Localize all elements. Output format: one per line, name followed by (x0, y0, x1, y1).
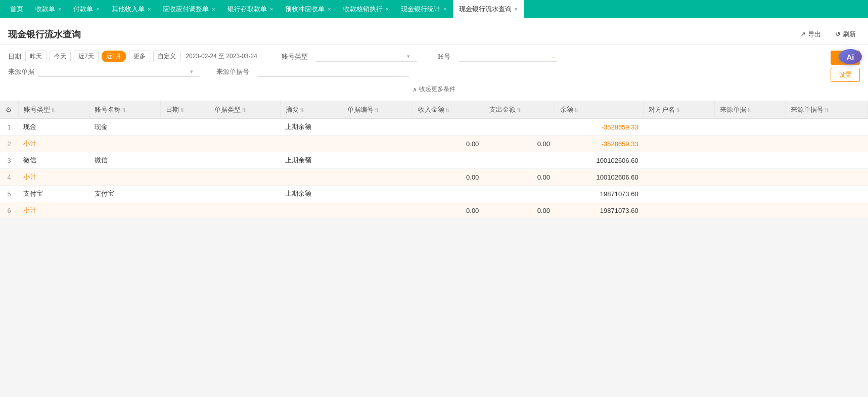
cell-doc-no (342, 152, 413, 169)
cell-balance: -3528659.33 (555, 136, 644, 152)
nav-cash-flow[interactable]: 现金银行流水查询 × (453, 0, 524, 18)
cell-doc-no (342, 119, 413, 136)
row-num: 4 (0, 169, 18, 186)
gear-icon[interactable]: ⚙ (6, 106, 12, 114)
sort-icon: ⇅ (122, 107, 126, 113)
date-btn-7days[interactable]: 近7天 (74, 51, 99, 62)
close-icon[interactable]: × (328, 6, 331, 12)
close-icon[interactable]: × (212, 6, 215, 12)
column-source-doc[interactable]: 来源单据⇅ (714, 101, 786, 119)
cell-expense (484, 152, 555, 169)
settings-button[interactable]: 设置 (831, 68, 860, 82)
nav-adjustment[interactable]: 应收应付调整单 × (157, 0, 221, 18)
cell-expense (484, 186, 555, 202)
cell-balance: 19871073.60 (555, 202, 644, 219)
close-icon[interactable]: × (515, 6, 518, 12)
date-label: 日期 (8, 52, 21, 61)
page-header: 现金银行流水查询 ↗ 导出 ↺ 刷新 (0, 18, 868, 45)
source-doc-input[interactable] (38, 66, 190, 76)
close-icon[interactable]: × (58, 6, 61, 12)
cell-expense: 0.00 (484, 169, 555, 186)
table-row: 3 微信 微信 上期余额 100102606.60 (0, 152, 868, 169)
export-button[interactable]: ↗ 导出 (796, 28, 825, 41)
date-btn-1month[interactable]: 近1月 (102, 51, 126, 62)
cell-date (160, 136, 209, 152)
column-source-doc-no[interactable]: 来源单据号⇅ (786, 101, 868, 119)
column-summary[interactable]: 摘要⇅ (280, 101, 342, 119)
nav-cash-stats[interactable]: 现金银行统计 × (395, 0, 452, 18)
column-balance[interactable]: 余额⇅ (555, 101, 644, 119)
date-btn-today[interactable]: 今天 (50, 51, 71, 62)
nav-bank-deposit[interactable]: 银行存取款单 × (221, 0, 279, 18)
column-account-type[interactable]: 账号类型⇅ (18, 101, 89, 119)
refresh-button[interactable]: ↺ 刷新 (831, 28, 860, 41)
table-row: 4 小计 0.00 0.00 100102606.60 (0, 169, 868, 186)
cell-counterparty (644, 202, 715, 219)
column-income[interactable]: 收入金额⇅ (413, 101, 484, 119)
row-num: 5 (0, 186, 18, 202)
sort-icon: ⇅ (825, 107, 829, 113)
cell-income: 0.00 (413, 136, 484, 152)
cell-summary (280, 202, 342, 219)
cell-account-name: 现金 (89, 119, 161, 136)
date-shortcuts: 昨天 今天 近7天 近1月 更多 自定义 (25, 51, 180, 62)
close-icon[interactable]: × (96, 6, 99, 12)
nav-other-income[interactable]: 其他收入单 × (106, 0, 157, 18)
cell-source-doc-no (786, 202, 868, 219)
cell-doc-type (209, 119, 281, 136)
cell-account-type: 现金 (18, 119, 89, 136)
column-gear[interactable]: ⚙ (0, 101, 18, 119)
close-icon[interactable]: × (148, 6, 151, 12)
collapse-bar[interactable]: ∧ 收起更多条件 (8, 82, 860, 95)
date-btn-yesterday[interactable]: 昨天 (25, 51, 47, 62)
cell-account-type: 小计 (18, 169, 89, 186)
source-doc-no-label: 来源单据号 (216, 67, 249, 76)
nav-home[interactable]: 首页 (4, 0, 29, 18)
sort-icon: ⇅ (375, 107, 379, 113)
cell-source-doc (714, 152, 786, 169)
cell-summary (280, 136, 342, 152)
cell-summary: 上期余额 (280, 152, 342, 169)
chevron-down-icon[interactable]: ▾ (407, 53, 410, 60)
account-label: 账号 (437, 52, 450, 61)
column-date[interactable]: 日期⇅ (160, 101, 209, 119)
cell-expense (484, 119, 555, 136)
date-btn-custom[interactable]: 自定义 (153, 51, 180, 62)
nav-advance[interactable]: 预收冲应收单 × (279, 0, 337, 18)
close-icon[interactable]: × (386, 6, 389, 12)
cell-income (413, 119, 484, 136)
table-row: 2 小计 0.00 0.00 -3528659.33 (0, 136, 868, 152)
column-doc-type[interactable]: 单据类型⇅ (209, 101, 281, 119)
nav-payment[interactable]: 付款单 × (67, 0, 105, 18)
ai-badge[interactable]: Ai (839, 49, 862, 64)
more-icon[interactable]: ... (552, 53, 557, 60)
cell-counterparty (644, 119, 715, 136)
cell-account-type: 支付宝 (18, 186, 89, 202)
date-btn-more[interactable]: 更多 (129, 51, 150, 62)
cell-account-name (89, 136, 161, 152)
nav-collection-exec[interactable]: 收款核销执行 × (337, 0, 395, 18)
sort-icon: ⇅ (676, 107, 680, 113)
account-type-input[interactable] (316, 51, 407, 61)
close-icon[interactable]: × (270, 6, 273, 12)
sort-icon: ⇅ (300, 107, 304, 113)
page-title: 现金银行流水查询 (8, 28, 81, 40)
close-icon[interactable]: × (443, 6, 446, 12)
chevron-down-icon[interactable]: ▾ (190, 68, 193, 75)
data-table: ⚙ 账号类型⇅ 账号名称⇅ 日期⇅ 单据类型⇅ 摘要⇅ 单据编号⇅ 收入金额⇅ … (0, 101, 868, 219)
cell-source-doc-no (786, 119, 868, 136)
table-row: 5 支付宝 支付宝 上期余额 19871073.60 (0, 186, 868, 202)
column-expense[interactable]: 支出金额⇅ (484, 101, 555, 119)
cell-doc-no (342, 186, 413, 202)
column-doc-no[interactable]: 单据编号⇅ (342, 101, 413, 119)
column-account-name[interactable]: 账号名称⇅ (89, 101, 161, 119)
nav-collection[interactable]: 收款单 × (29, 0, 67, 18)
cell-counterparty (644, 186, 715, 202)
cell-doc-type (209, 202, 281, 219)
cell-date (160, 152, 209, 169)
account-input[interactable] (459, 51, 550, 61)
table-body: 1 现金 现金 上期余额 -3528659.33 2 小计 0.00 0.00 … (0, 119, 868, 219)
top-nav: 首页 收款单 × 付款单 × 其他收入单 × 应收应付调整单 × 银行存取款单 … (0, 0, 868, 18)
column-counterparty[interactable]: 对方户名⇅ (644, 101, 715, 119)
source-doc-no-input[interactable] (257, 66, 399, 76)
